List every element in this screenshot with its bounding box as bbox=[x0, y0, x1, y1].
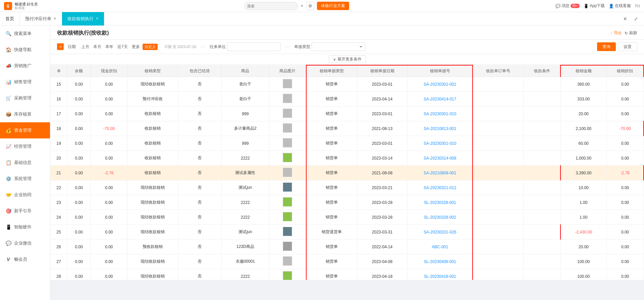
row-bill-no[interactable]: SL-20230328-001 bbox=[408, 195, 473, 210]
message-btn[interactable]: 💬 消息 99+ bbox=[555, 3, 580, 9]
sidebar-item-system[interactable]: ⚙️ 系统管理 bbox=[0, 171, 50, 187]
row-verify-type: 收款核销 bbox=[127, 166, 178, 180]
export-btn[interactable]: ↑ 导出 bbox=[610, 30, 622, 36]
date-label: 日期 bbox=[68, 44, 76, 50]
row-no: 26 bbox=[50, 240, 67, 254]
app-download-btn[interactable]: 📱 App下载 bbox=[584, 3, 605, 9]
row-bill-no[interactable]: SA-20210813-001 bbox=[408, 121, 473, 136]
tab-verify-label: 收款核销执行 bbox=[67, 16, 94, 22]
settings-icon-btn[interactable]: ⚙ bbox=[306, 2, 314, 10]
row-verify-type: 预付冲应收 bbox=[127, 92, 178, 106]
sidebar-item-search[interactable]: 🔍 搜索菜单 bbox=[0, 26, 50, 42]
row-verify-type: 现结收款核销 bbox=[127, 225, 178, 240]
tab-verify[interactable]: 收款核销执行 ✕ bbox=[62, 12, 104, 26]
top-right: 💬 消息 99+ 📱 App下载 👤 在线客服 Rit bbox=[555, 3, 640, 9]
row-no: 16 bbox=[50, 92, 67, 106]
online-service-btn[interactable]: 👤 在线客服 bbox=[609, 3, 631, 9]
sidebar-item-guide[interactable]: 🎯 新手引导 bbox=[0, 203, 50, 219]
date-opt-custom[interactable]: 自定义 bbox=[143, 44, 158, 50]
sidebar-item-purchase[interactable]: 🛒 采购管理 bbox=[0, 90, 50, 106]
expand-more-btn[interactable]: ∨ 展开更多条件 bbox=[329, 55, 366, 63]
row-goods-img bbox=[269, 195, 306, 210]
row-goods-img bbox=[269, 106, 306, 121]
row-bill-no[interactable]: SA-20230301-010 bbox=[408, 136, 473, 151]
tab-prepay[interactable]: 预付冲应付单 ✕ bbox=[20, 12, 62, 26]
filter-expand-btn[interactable]: » bbox=[57, 43, 64, 50]
date-opt-this-year[interactable]: 本年 bbox=[104, 43, 115, 50]
sidebar-item-nav[interactable]: 🏠 快捷导航 bbox=[0, 42, 50, 58]
row-goods-img bbox=[269, 180, 306, 195]
guide-icon: 🎯 bbox=[5, 208, 11, 214]
row-verify-type: 现结收款核销 bbox=[127, 210, 178, 225]
row-condition bbox=[524, 77, 561, 92]
row-bill-no[interactable]: SA-20230314-008 bbox=[408, 151, 473, 166]
sidebar-item-marketing[interactable]: 📣 营销推广 bbox=[0, 58, 50, 74]
row-bill-no[interactable]: SA-20230414-017 bbox=[408, 92, 473, 106]
refresh-btn[interactable]: ↻ 刷新 bbox=[625, 30, 637, 36]
tab-close-btn[interactable]: ✕ bbox=[621, 15, 629, 23]
table-row: 27 0.00 0.00 现结收款核销 否 衣服00001 销货单 2023-0… bbox=[50, 254, 644, 269]
query-btn[interactable]: 查询 bbox=[597, 42, 616, 51]
operations-icon: 📈 bbox=[5, 143, 11, 149]
date-opt-last-month[interactable]: 上月 bbox=[80, 43, 91, 50]
date-opt-7days[interactable]: 近7天 bbox=[116, 43, 129, 50]
brand-area: 6 畅捷通·好生意 标准版 bbox=[4, 2, 38, 10]
sidebar-item-basic[interactable]: 📋 基础信息 bbox=[0, 155, 50, 171]
row-amount: 60.00 bbox=[560, 136, 606, 151]
sidebar-item-finance[interactable]: 💰 资金管理 bbox=[0, 122, 50, 138]
row-amount: 1.00 bbox=[560, 195, 606, 210]
sidebar: 🔍 搜索菜单 🏠 快捷导航 📣 营销推广 📊 销售管理 🛒 采购管理 📦 库存核… bbox=[0, 26, 50, 300]
row-no: 22 bbox=[50, 180, 67, 195]
hardware-icon: 📱 bbox=[5, 224, 11, 230]
date-opt-this-month[interactable]: 本月 bbox=[92, 43, 103, 50]
sidebar-item-wechat[interactable]: 💬 企业微信 bbox=[0, 235, 50, 251]
row-no: 21 bbox=[50, 166, 67, 180]
row-bill-no[interactable]: SL-20230328-002 bbox=[408, 210, 473, 225]
table-row: 16 0.00 0.00 预付冲应收 否 老白干 销货单 2023-04-14 … bbox=[50, 92, 644, 106]
tab-prepay-close[interactable]: ✕ bbox=[53, 16, 56, 21]
row-bill-no[interactable]: SL-20230418-001 bbox=[408, 269, 473, 280]
tab-expand-btn[interactable]: ⤢ bbox=[632, 15, 640, 23]
row-bill-no[interactable]: SA-20230301-010 bbox=[408, 106, 473, 121]
sidebar-item-operations[interactable]: 📈 经营管理 bbox=[0, 138, 50, 155]
col-settings[interactable]: ⚙ bbox=[50, 65, 67, 77]
row-order-no bbox=[473, 195, 523, 210]
row-discount: 0.00 bbox=[606, 240, 644, 254]
sidebar-label-guide: 新手引导 bbox=[14, 208, 32, 214]
row-order-no bbox=[473, 166, 523, 180]
table-row: 19 0.00 0.00 收款核销 否 999 销货单 2023-03-01 S… bbox=[50, 136, 644, 151]
row-included: 否 bbox=[178, 136, 221, 151]
sidebar-item-hardware[interactable]: 📱 智能硬件 bbox=[0, 219, 50, 235]
tab-verify-close[interactable]: ✕ bbox=[96, 16, 99, 21]
dropdown-arrow-icon[interactable]: ▼ bbox=[301, 4, 304, 8]
date-opt-more[interactable]: 更多 bbox=[130, 43, 141, 50]
table-header-row: ⚙ 余额 现金折扣 核销类型 包含已结清 商品 商品图片 核销单据类型 核销单据… bbox=[50, 65, 644, 77]
table-body: 15 0.00 0.00 现结收款核销 否 老白干 销货单 2023-03-01… bbox=[50, 77, 644, 280]
col-verify-type: 核销类型 bbox=[127, 65, 178, 77]
row-bill-no[interactable]: SA-20210808-001 bbox=[408, 166, 473, 180]
sidebar-item-sales[interactable]: 📊 销售管理 bbox=[0, 74, 50, 90]
sidebar-item-member[interactable]: V 畅会员 bbox=[0, 251, 50, 267]
row-bill-no[interactable]: SA-20230301-001 bbox=[408, 77, 473, 92]
row-bill-no[interactable]: SL-20230408-001 bbox=[408, 254, 473, 269]
row-bill-no[interactable]: ABC-001 bbox=[408, 240, 473, 254]
row-bill-no[interactable]: SA-20230331-026 bbox=[408, 225, 473, 240]
row-cash-discount: -70.00 bbox=[91, 121, 127, 136]
search-input[interactable] bbox=[244, 2, 298, 10]
data-table: ⚙ 余额 现金折扣 核销类型 包含已结清 商品 商品图片 核销单据类型 核销单据… bbox=[50, 65, 644, 280]
user-name: Rit bbox=[635, 4, 640, 8]
row-bill-no[interactable]: SA-20230321-012 bbox=[408, 180, 473, 195]
industry-btn[interactable]: 休验行业方案 bbox=[317, 2, 349, 10]
row-goods-img bbox=[269, 225, 306, 240]
sidebar-item-collab[interactable]: 🤝 企业协同 bbox=[0, 187, 50, 203]
bill-type-select[interactable] bbox=[312, 42, 365, 51]
table-settings-btn[interactable]: 设置 bbox=[618, 42, 637, 51]
tab-home[interactable]: 首页 bbox=[0, 12, 20, 26]
row-amount: 3,390.00 bbox=[560, 166, 606, 180]
sidebar-item-inventory[interactable]: 📦 库存核算 bbox=[0, 106, 50, 122]
row-verify-type: 现结收款核销 bbox=[127, 180, 178, 195]
row-bill-type: 销货单 bbox=[306, 106, 357, 121]
row-amount: 100.00 bbox=[560, 254, 606, 269]
row-balance: 0.00 bbox=[67, 166, 91, 180]
counterpart-input[interactable] bbox=[227, 42, 281, 51]
